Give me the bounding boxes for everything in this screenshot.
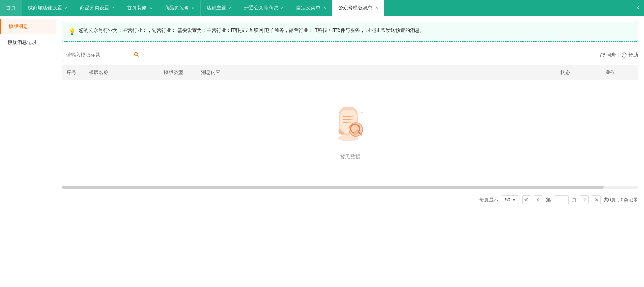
nav-tab-product-decor[interactable]: 商品页装修× bbox=[158, 0, 201, 16]
help-button[interactable]: 帮助 bbox=[622, 52, 638, 58]
table-header-status: 状态 bbox=[556, 65, 601, 80]
nav-tab-template-msg[interactable]: 公众号模版消息× bbox=[332, 0, 384, 16]
svg-line-1 bbox=[137, 55, 138, 57]
first-page-icon bbox=[524, 198, 529, 202]
nav-tab-label: 首页 bbox=[6, 4, 16, 11]
notice-prefix: 您的公众号行业为：主营行业：，副营行业： bbox=[79, 27, 176, 33]
page-size-value: 50 bbox=[505, 197, 510, 202]
tab-close-icon[interactable]: × bbox=[229, 5, 232, 10]
page-total: 共0页，0条记录 bbox=[604, 196, 638, 203]
nav-tab-label: 店铺主题 bbox=[207, 4, 226, 11]
prev-page-icon bbox=[536, 198, 541, 202]
empty-state-row: ✦ ✦ 暂无数据 bbox=[62, 80, 638, 183]
tab-close-icon[interactable]: × bbox=[281, 5, 284, 10]
tab-close-icon[interactable]: × bbox=[150, 5, 152, 10]
first-page-button[interactable] bbox=[522, 195, 531, 204]
page-unit: 页 bbox=[572, 196, 577, 203]
divider: | bbox=[618, 52, 619, 58]
tab-close-icon[interactable]: × bbox=[192, 5, 194, 10]
table-header: 序号模版名称模版类型消息内容状态操作 bbox=[62, 65, 638, 80]
nav-tab-label: 微商城店铺设置 bbox=[28, 4, 62, 11]
top-navigation: 首页微商城店铺设置×商品分类设置×首页装修×商品页装修×店铺主题×开通公众号商城… bbox=[0, 0, 644, 16]
table-header-name: 模版名称 bbox=[84, 65, 159, 80]
table-header-type: 模版类型 bbox=[159, 65, 197, 80]
notice-banner: 💡 您的公众号行业为：主营行业：，副营行业： 需要设置为：主营行业：IT科技 /… bbox=[62, 22, 638, 42]
nav-tab-open-mall[interactable]: 开通公众号商城× bbox=[238, 0, 290, 16]
tab-close-icon[interactable]: × bbox=[375, 5, 378, 10]
data-table: 序号模版名称模版类型消息内容状态操作 bbox=[62, 65, 638, 183]
current-page-input[interactable]: 1 bbox=[554, 195, 569, 204]
tab-close-icon[interactable]: × bbox=[112, 5, 115, 10]
empty-illustration: ✦ ✦ bbox=[328, 103, 373, 147]
svg-point-0 bbox=[135, 52, 138, 56]
nav-tab-label: 商品分类设置 bbox=[80, 4, 109, 11]
pagination: 每页显示 50 第 1 页 bbox=[62, 192, 638, 208]
tab-close-icon[interactable]: × bbox=[323, 5, 326, 10]
close-all-tabs-button[interactable]: × bbox=[636, 4, 640, 11]
page-size-label: 每页显示 bbox=[479, 196, 499, 203]
next-page-icon bbox=[582, 198, 586, 202]
main-layout: 模版消息模版消息记录 💡 您的公众号行业为：主营行业：，副营行业： 需要设置为：… bbox=[0, 16, 644, 287]
table-header-content: 消息内容 bbox=[197, 65, 556, 80]
notice-text: 您的公众号行业为：主营行业：，副营行业： 需要设置为：主营行业：IT科技 / 互… bbox=[79, 27, 425, 34]
nav-tab-category-settings[interactable]: 商品分类设置× bbox=[74, 0, 121, 16]
content-area: 💡 您的公众号行业为：主营行业：，副营行业： 需要设置为：主营行业：IT科技 /… bbox=[56, 16, 644, 287]
sync-label: 同步 bbox=[606, 52, 616, 58]
tab-close-icon[interactable]: × bbox=[65, 5, 68, 10]
sidebar-item-template-msg-record[interactable]: 模版消息记录 bbox=[0, 34, 56, 50]
sidebar: 模版消息模版消息记录 bbox=[0, 16, 56, 287]
nav-tab-shop-settings[interactable]: 微商城店铺设置× bbox=[22, 0, 74, 16]
nav-tab-label: 商品页装修 bbox=[164, 4, 189, 11]
nav-tab-label: 自定义菜单 bbox=[296, 4, 320, 11]
empty-text: 暂无数据 bbox=[340, 153, 361, 160]
search-button[interactable] bbox=[130, 49, 143, 61]
search-actions: 同步 | 帮助 bbox=[600, 52, 638, 58]
nav-tab-label: 公众号模版消息 bbox=[338, 4, 372, 11]
help-label: 帮助 bbox=[628, 52, 638, 58]
table-header-action: 操作 bbox=[601, 65, 638, 80]
table-header-seq: 序号 bbox=[62, 65, 84, 80]
page-label: 第 bbox=[546, 196, 551, 203]
nav-tab-custom-menu[interactable]: 自定义菜单× bbox=[290, 0, 332, 16]
horizontal-scrollbar[interactable] bbox=[62, 186, 638, 189]
nav-tab-home-decor[interactable]: 首页装修× bbox=[121, 0, 158, 16]
notice-highlight: 需要设置为：主营行业：IT科技 / 互联网|电子商务，副营行业：IT科技 / I… bbox=[178, 27, 365, 33]
sync-button[interactable]: 同步 bbox=[600, 52, 616, 58]
nav-tab-label: 首页装修 bbox=[127, 4, 147, 11]
search-input-wrap bbox=[62, 49, 144, 61]
last-page-icon bbox=[594, 198, 598, 202]
nav-tab-shop-theme[interactable]: 店铺主题× bbox=[201, 0, 238, 16]
scroll-thumb bbox=[62, 186, 604, 189]
search-input[interactable] bbox=[62, 49, 130, 60]
last-page-button[interactable] bbox=[592, 195, 601, 204]
notice-suffix: 才能正常发送预置的消息。 bbox=[366, 27, 425, 33]
nav-tab-label: 开通公众号商城 bbox=[244, 4, 278, 11]
chevron-down-icon bbox=[512, 198, 516, 202]
prev-page-button[interactable] bbox=[534, 195, 543, 204]
nav-tab-home[interactable]: 首页 bbox=[0, 0, 22, 16]
page-size-select[interactable]: 50 bbox=[502, 195, 519, 204]
svg-text:✦: ✦ bbox=[361, 111, 363, 115]
search-bar: 同步 | 帮助 bbox=[62, 49, 638, 61]
next-page-button[interactable] bbox=[580, 195, 589, 204]
notice-icon: 💡 bbox=[68, 27, 76, 37]
svg-text:✦: ✦ bbox=[337, 122, 339, 125]
sidebar-item-template-msg[interactable]: 模版消息 bbox=[0, 19, 56, 34]
empty-state: ✦ ✦ 暂无数据 bbox=[62, 80, 638, 183]
